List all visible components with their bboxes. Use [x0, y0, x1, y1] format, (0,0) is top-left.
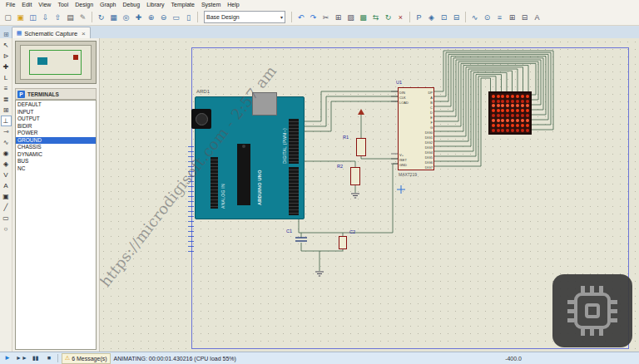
box-2d-mode-button[interactable]: ▭ — [1, 213, 12, 224]
voltage-probe-mode-button[interactable]: V — [1, 170, 12, 180]
design-selector-value: Base Design — [206, 14, 240, 20]
generator-mode-button[interactable]: ◈ — [1, 159, 12, 170]
text-edit-button[interactable]: A — [531, 11, 543, 23]
terminal-item-input[interactable]: INPUT — [16, 109, 96, 116]
menu-file[interactable]: File — [2, 2, 18, 7]
instrument-mode-button[interactable]: ▣ — [1, 191, 12, 202]
zoom-out-button[interactable]: ⊖ — [157, 11, 170, 23]
terminal-item-bus[interactable]: BUS — [16, 158, 96, 165]
graph-mode-button[interactable]: ∿ — [1, 137, 12, 148]
new-sheet-button[interactable]: ⊞ — [506, 11, 518, 23]
menu-tool[interactable]: Tool — [54, 2, 72, 7]
property-assignment-button[interactable]: ≡ — [493, 11, 506, 23]
zoom-all-button[interactable]: ▭ — [170, 11, 182, 23]
zoom-area-button[interactable]: ▯ — [182, 11, 195, 23]
export-button[interactable]: ⇧ — [52, 11, 64, 23]
component-mode-button[interactable]: ⊳ — [1, 51, 12, 61]
terminal-item-chassis[interactable]: CHASSIS — [16, 144, 96, 151]
analog-header — [211, 157, 218, 209]
cut-button[interactable]: ✂ — [320, 11, 332, 23]
led-matrix[interactable] — [488, 91, 532, 135]
line-2d-mode-button[interactable]: ╱ — [1, 202, 12, 213]
new-file-button[interactable]: ▢ — [2, 11, 14, 23]
text-script-mode-button[interactable]: ≡ — [1, 83, 12, 94]
terminal-item-dynamic[interactable]: DYNAMIC — [16, 151, 96, 159]
resistor-r1[interactable] — [356, 138, 366, 156]
step-button[interactable]: ►► — [16, 353, 27, 363]
block-rotate-button[interactable]: ↻ — [382, 11, 394, 23]
design-selector[interactable]: Base Design▾ — [204, 11, 285, 23]
zoom-in-button[interactable]: ⊕ — [145, 11, 157, 23]
terminal-item-power[interactable]: POWER — [16, 130, 96, 137]
resistor-r2[interactable] — [350, 167, 360, 185]
u1-pin-v+: V+ — [399, 153, 404, 157]
selection-mode-button[interactable]: ↖ — [1, 40, 12, 51]
menu-help[interactable]: Help — [224, 2, 242, 7]
block-delete-button[interactable]: × — [394, 11, 407, 23]
paste-button[interactable]: ▨ — [344, 11, 357, 23]
current-probe-mode-button[interactable]: A — [1, 180, 12, 191]
capacitor-c2[interactable] — [339, 236, 347, 249]
pause-button[interactable]: ▮▮ — [31, 353, 41, 363]
menu-template[interactable]: Template — [168, 2, 198, 7]
terminal-item-output[interactable]: OUTPUT — [16, 116, 96, 123]
menu-debug[interactable]: Debug — [120, 2, 144, 7]
menu-graph[interactable]: Graph — [97, 2, 119, 7]
make-device-button[interactable]: ◈ — [425, 11, 438, 23]
tab-schematic-capture[interactable]: ▦ Schematic Capture × — [12, 27, 91, 39]
packaging-button[interactable]: ⊡ — [438, 11, 450, 23]
terminal-item-bidir[interactable]: BIDIR — [16, 123, 96, 130]
led-dot — [526, 124, 529, 127]
junction-dot-mode-button[interactable]: ✚ — [1, 61, 12, 72]
led-dot — [511, 129, 514, 132]
import-button[interactable]: ⇩ — [39, 11, 52, 23]
search-tag-button[interactable]: ⊙ — [481, 11, 493, 23]
wire-label-mode-button[interactable]: L — [1, 72, 12, 83]
copy-button[interactable]: ⊞ — [332, 11, 344, 23]
undo-button[interactable]: ↶ — [295, 11, 307, 23]
circle-2d-mode-button[interactable]: ○ — [1, 224, 12, 234]
bus-mode-button[interactable]: ≣ — [1, 94, 12, 105]
atmega-chip — [237, 144, 250, 205]
led-dot — [497, 104, 500, 107]
u1-pin-b: B — [430, 101, 433, 105]
overview-window[interactable] — [15, 41, 97, 84]
proteus-window: FileEditViewToolDesignGraphDebugLibraryT… — [0, 0, 639, 364]
menu-view[interactable]: View — [35, 2, 54, 7]
save-project-button[interactable]: ◫ — [27, 11, 39, 23]
schematic-canvas[interactable]: ARD1 ANALOG IN DIGITAL (PWM~) ARDUINO UN… — [100, 38, 639, 352]
max7219-chip[interactable]: DINCLKLOADV+ISETGNDDPABCDEFGDIG0DIG1DIG2… — [398, 87, 434, 170]
menu-design[interactable]: Design — [72, 2, 97, 7]
menu-edit[interactable]: Edit — [18, 2, 35, 7]
play-button[interactable]: ► — [2, 353, 12, 363]
pick-icon[interactable]: P — [17, 91, 25, 98]
mark-region-button[interactable]: ✎ — [77, 11, 89, 23]
pan-button[interactable]: ✚ — [132, 11, 145, 23]
messages-chip[interactable]: ⚠ 6 Message(s) — [62, 353, 111, 364]
menu-library[interactable]: Library — [143, 2, 167, 7]
arduino-board[interactable]: ANALOG IN DIGITAL (PWM~) ARDUINO UNO — [195, 96, 305, 219]
device-pin-mode-button[interactable]: ⊸ — [1, 126, 12, 137]
origin-button[interactable]: ◎ — [120, 11, 132, 23]
menu-system[interactable]: System — [198, 2, 224, 7]
tab-close-icon[interactable]: × — [82, 30, 86, 37]
print-button[interactable]: ▤ — [64, 11, 77, 23]
decompose-button[interactable]: ⊟ — [450, 11, 463, 23]
block-copy-button[interactable]: ▩ — [357, 11, 369, 23]
open-project-button[interactable]: ▣ — [14, 11, 27, 23]
pick-parts-button[interactable]: P — [413, 11, 425, 23]
terminal-item-default[interactable]: DEFAULT — [16, 101, 96, 109]
wire-autorouter-button[interactable]: ∿ — [468, 11, 481, 23]
stop-button[interactable]: ■ — [44, 353, 54, 363]
led-dot — [497, 129, 500, 132]
terminal-item-nc[interactable]: NC — [16, 165, 96, 173]
subcircuit-mode-button[interactable]: ⊞ — [1, 105, 12, 116]
remove-sheet-button[interactable]: ⊟ — [518, 11, 531, 23]
tape-recorder-mode-button[interactable]: ◉ — [1, 148, 12, 159]
terminal-mode-button[interactable]: ⊥ — [1, 116, 12, 126]
redraw-button[interactable]: ↻ — [95, 11, 107, 23]
redo-button[interactable]: ↷ — [307, 11, 320, 23]
terminal-item-ground[interactable]: GROUND — [16, 137, 96, 145]
grid-toggle-button[interactable]: ▦ — [107, 11, 120, 23]
block-move-button[interactable]: ⇆ — [369, 11, 382, 23]
